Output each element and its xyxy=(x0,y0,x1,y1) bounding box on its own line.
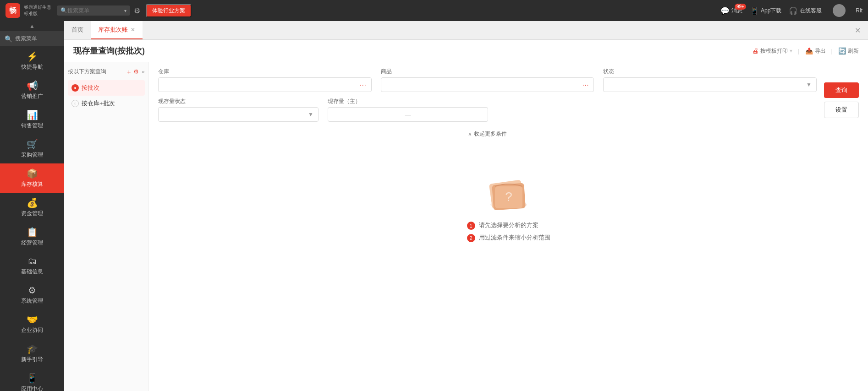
sidebar-item-system[interactable]: ⚙ 系统管理 xyxy=(0,280,64,310)
refresh-action[interactable]: 🔄 刷新 xyxy=(838,47,859,55)
sidebar-item-appcenter[interactable]: 📱 应用中心 xyxy=(0,368,64,391)
scheme-settings-icon[interactable]: ⚙ xyxy=(133,68,139,75)
tab-inventory-batch[interactable]: 库存批次账 ✕ xyxy=(91,21,143,39)
filter-quantity: 现存量（主） — xyxy=(328,98,488,122)
quantity-max-input[interactable] xyxy=(415,111,483,118)
collapse-conditions-btn[interactable]: ∧ 收起更多条件 xyxy=(158,127,817,141)
chevron-down-icon[interactable]: ▾ xyxy=(124,8,126,13)
sidebar-item-marketing[interactable]: 📢 营销推广 xyxy=(0,76,64,105)
warehouse-input[interactable]: ··· xyxy=(158,77,372,92)
search-icon: 🔍 xyxy=(60,7,67,14)
panel-collapse-icon[interactable]: « xyxy=(142,69,145,75)
scheme-active-dot: ● xyxy=(71,84,79,92)
sidebar-item-newguide[interactable]: 🎓 新手引导 xyxy=(0,339,64,368)
filter-grid-row1: 仓库 ··· 商品 xyxy=(158,68,817,92)
filter-area: 仓库 ··· 商品 xyxy=(158,68,859,141)
sidebar-item-sales[interactable]: 📊 销售管理 xyxy=(0,105,64,134)
svg-text:?: ? xyxy=(505,190,512,204)
tab-bar: 首页 库存批次账 ✕ ✕ xyxy=(64,21,868,40)
scheme-inactive-dot: ○ xyxy=(71,100,79,107)
refresh-label: 刷新 xyxy=(848,47,859,55)
print-icon: 🖨 xyxy=(752,47,758,54)
sidebar-item-label: 经营管理 xyxy=(21,239,43,247)
message-action[interactable]: 💬 消息 99+ xyxy=(720,6,742,15)
sidebar-item-label: 基础信息 xyxy=(21,268,43,276)
app-download-action[interactable]: 📱 App下载 xyxy=(750,6,781,15)
product-input[interactable]: ··· xyxy=(381,77,594,92)
sidebar-item-finance[interactable]: 💰 资金管理 xyxy=(0,193,64,222)
app-brand: 畅康通好生意 标准版 xyxy=(24,4,51,17)
sidebar-item-basic[interactable]: 🗂 基础信息 xyxy=(0,251,64,280)
online-service-action[interactable]: 🎧 在线客服 xyxy=(789,6,822,15)
scheme-by-batch[interactable]: ● 按批次 xyxy=(68,80,145,96)
sidebar-search-label: 搜索菜单 xyxy=(15,35,37,43)
action-buttons: 查询 设置 xyxy=(824,68,859,141)
sidebar-item-operation[interactable]: 📋 经营管理 xyxy=(0,222,64,251)
product-more-icon[interactable]: ··· xyxy=(582,81,589,88)
quantity-range[interactable]: — xyxy=(328,107,488,122)
sidebar-item-label: 资金管理 xyxy=(21,210,43,217)
finance-icon: 💰 xyxy=(27,197,38,208)
service-icon: 🎧 xyxy=(789,6,798,15)
collapse-icon: ∧ xyxy=(468,131,472,137)
trial-button[interactable]: 体验行业方案 xyxy=(146,4,192,17)
query-button[interactable]: 查询 xyxy=(824,82,859,98)
message-icon: 💬 xyxy=(720,6,730,15)
sidebar-item-inventory[interactable]: 📦 库存核算 xyxy=(0,163,64,193)
inventory-status-label: 现存量状态 xyxy=(158,98,319,105)
marketing-icon: 📢 xyxy=(27,80,38,91)
print-action[interactable]: 🖨 按模板打印 ▾ xyxy=(752,47,792,55)
add-scheme-icon[interactable]: + xyxy=(127,68,131,76)
search-bar[interactable]: 🔍 ▾ xyxy=(57,5,130,16)
page-content: 现存量查询(按批次) 🖨 按模板打印 ▾ | 📤 导出 | 🔄 xyxy=(64,40,868,391)
quantity-label: 现存量（主） xyxy=(328,98,488,105)
warehouse-text-input[interactable] xyxy=(163,81,360,88)
product-text-input[interactable] xyxy=(386,81,582,88)
enterprise-icon: 🤝 xyxy=(27,314,38,325)
chevron-down-icon[interactable]: ▼ xyxy=(308,111,313,118)
inventory-status-text-input[interactable] xyxy=(163,111,308,118)
filter-status: 状态 ▼ xyxy=(603,68,817,92)
avatar[interactable] xyxy=(833,4,846,17)
search-icon: 🔍 xyxy=(5,35,12,43)
print-label: 按模板打印 xyxy=(760,47,788,55)
status-text-input[interactable] xyxy=(608,81,806,88)
quantity-min-input[interactable] xyxy=(333,111,401,118)
refresh-icon: 🔄 xyxy=(838,47,846,54)
tab-close-main[interactable]: ✕ xyxy=(847,22,868,39)
export-label: 导出 xyxy=(815,47,826,55)
quick-nav-icon: ⚡ xyxy=(27,51,38,62)
tab-home[interactable]: 首页 xyxy=(64,21,91,39)
sidebar-item-enterprise[interactable]: 🤝 企业协同 xyxy=(0,310,64,339)
message-badge: 99+ xyxy=(735,4,746,10)
top-bar: 畅 畅康通好生意 标准版 🔍 ▾ ⚙ 体验行业方案 💬 消息 99+ 📱 App… xyxy=(0,0,868,21)
operation-icon: 📋 xyxy=(27,227,38,238)
scheme-label: 按仓库+批次 xyxy=(82,99,115,108)
gear-icon[interactable]: ⚙ xyxy=(134,6,140,15)
divider2: | xyxy=(831,48,833,54)
settings-button[interactable]: 设置 xyxy=(824,102,859,118)
content-area: 首页 库存批次账 ✕ ✕ 现存量查询(按批次) 🖨 按模板打印 ▾ | xyxy=(64,21,868,391)
empty-step-1: 1 请先选择要分析的方案 xyxy=(467,221,550,230)
search-input[interactable] xyxy=(67,7,122,14)
page-title: 现存量查询(按批次) xyxy=(73,45,145,56)
sidebar-item-quick-nav[interactable]: ⚡ 快捷导航 xyxy=(0,46,64,76)
basic-icon: 🗂 xyxy=(27,256,37,266)
chevron-down-icon[interactable]: ▼ xyxy=(806,81,812,88)
warehouse-more-icon[interactable]: ··· xyxy=(360,81,367,88)
sidebar-scroll-up[interactable]: ▲ xyxy=(0,21,64,31)
chevron-down-icon[interactable]: ▾ xyxy=(790,48,792,54)
status-label: 状态 xyxy=(603,68,817,76)
sidebar-item-search[interactable]: 🔍 搜索菜单 xyxy=(0,31,64,46)
tab-close-icon[interactable]: ✕ xyxy=(131,27,135,33)
export-action[interactable]: 📤 导出 xyxy=(805,47,826,55)
appcenter-icon: 📱 xyxy=(27,373,38,384)
tab-home-label: 首页 xyxy=(71,26,83,34)
step2-text: 用过滤条件来缩小分析范围 xyxy=(479,234,550,242)
app-download-label: App下载 xyxy=(761,7,781,15)
scheme-by-warehouse-batch[interactable]: ○ 按仓库+批次 xyxy=(68,96,145,111)
sidebar-item-purchase[interactable]: 🛒 采购管理 xyxy=(0,134,64,163)
inventory-status-select[interactable]: ▼ xyxy=(158,107,319,122)
status-select[interactable]: ▼ xyxy=(603,77,817,92)
step1-num: 1 xyxy=(467,222,475,230)
